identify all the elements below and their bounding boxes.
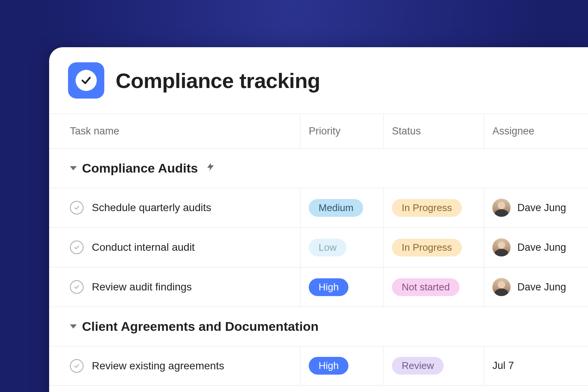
priority-pill[interactable]: High <box>309 278 348 296</box>
task-name: Schedule quarterly audits <box>92 202 211 214</box>
project-header: Compliance tracking <box>49 47 588 114</box>
complete-task-icon[interactable] <box>70 241 84 254</box>
avatar[interactable] <box>492 238 511 256</box>
priority-pill[interactable]: Medium <box>309 199 363 217</box>
assignee-name: Dave Jung <box>517 202 566 214</box>
due-date[interactable]: Jul 7 <box>492 360 514 372</box>
project-panel: Compliance tracking Task name Priority S… <box>49 47 588 392</box>
avatar[interactable] <box>492 199 511 217</box>
status-pill[interactable]: Not started <box>392 278 460 296</box>
avatar[interactable] <box>492 278 511 296</box>
priority-pill[interactable]: High <box>309 357 348 375</box>
assignee-name: Dave Jung <box>517 242 566 253</box>
lightning-icon[interactable] <box>206 161 215 176</box>
status-pill[interactable]: Review <box>392 357 444 375</box>
caret-down-icon <box>70 324 77 329</box>
column-header-row: Task name Priority Status Assignee <box>49 114 588 149</box>
project-icon[interactable] <box>68 62 104 99</box>
column-header-task[interactable]: Task name <box>49 114 300 148</box>
status-pill[interactable]: In Progress <box>392 199 462 217</box>
task-row[interactable]: Review audit findings High Not started D… <box>49 267 588 307</box>
task-row[interactable]: Conduct internal audit Low In Progress D… <box>49 228 588 267</box>
complete-task-icon[interactable] <box>70 280 84 294</box>
status-pill[interactable]: In Progress <box>392 239 462 256</box>
section-title: Compliance Audits <box>82 161 198 176</box>
assignee-name: Dave Jung <box>517 281 566 293</box>
priority-pill[interactable]: Low <box>309 239 347 256</box>
caret-down-icon <box>70 166 77 170</box>
section-header-client-agreements[interactable]: Client Agreements and Documentation <box>49 307 588 346</box>
checkmark-circle-icon <box>76 70 97 91</box>
task-row[interactable]: Review existing agreements High Review J… <box>49 346 588 386</box>
task-row[interactable]: Schedule quarterly audits Medium In Prog… <box>49 188 588 228</box>
task-name: Review audit findings <box>92 281 192 293</box>
project-title[interactable]: Compliance tracking <box>116 68 320 93</box>
column-header-priority[interactable]: Priority <box>300 114 384 148</box>
column-header-status[interactable]: Status <box>384 114 484 148</box>
complete-task-icon[interactable] <box>70 201 84 215</box>
task-name: Conduct internal audit <box>92 241 195 253</box>
section-header-compliance-audits[interactable]: Compliance Audits <box>49 149 588 188</box>
section-title: Client Agreements and Documentation <box>82 319 319 334</box>
complete-task-icon[interactable] <box>70 359 84 373</box>
task-table: Task name Priority Status Assignee Compl… <box>49 114 588 386</box>
task-name: Review existing agreements <box>92 360 224 372</box>
column-header-assignee[interactable]: Assignee <box>484 114 588 148</box>
